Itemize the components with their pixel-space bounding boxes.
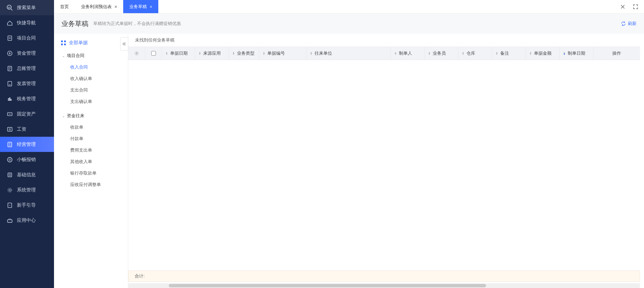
business-icon — [7, 141, 13, 148]
home-icon — [7, 20, 13, 26]
sidebar-item-guide[interactable]: 新手引导 — [0, 198, 54, 213]
fullscreen-icon[interactable] — [632, 3, 639, 10]
sort-icon: ▲▼ — [263, 52, 265, 55]
settings-icon — [7, 187, 13, 193]
tree-group-header[interactable]: ⌄资金往来 — [54, 110, 128, 122]
column-header[interactable]: ▲▼业务类型 — [229, 47, 259, 60]
sidebar-item-label: 基础信息 — [17, 172, 36, 178]
tree-item[interactable]: 收入确认单 — [54, 73, 128, 84]
sidebar-item-file[interactable]: 项目合同 — [0, 30, 54, 46]
tree-item[interactable]: 支出合同 — [54, 84, 128, 96]
column-header[interactable]: ▲▼业务员 — [425, 47, 458, 60]
tree-group-header[interactable]: ⌄项目合同 — [54, 50, 128, 61]
column-label: 单据编号 — [267, 50, 285, 56]
tree-item[interactable]: 付款单 — [54, 133, 128, 145]
tab[interactable]: 业务草稿× — [123, 0, 158, 13]
tree-item[interactable]: 收入合同 — [54, 61, 128, 73]
column-header[interactable]: ▲▼单据编号 — [259, 47, 306, 60]
column-label: 单据金额 — [534, 50, 552, 56]
column-settings-button[interactable] — [128, 47, 145, 60]
sidebar-item-home[interactable]: 快捷导航 — [0, 15, 54, 30]
column-header[interactable]: ▲▼仓库 — [458, 47, 492, 60]
column-label: 业务员 — [433, 50, 446, 56]
tab-label: 首页 — [60, 4, 69, 10]
guide-icon — [7, 202, 13, 208]
refresh-button[interactable]: 刷新 — [621, 21, 637, 27]
sort-icon: ▲▼ — [462, 52, 464, 55]
page-header: 业务草稿 草稿转为正式单据时，不会执行满赠促销优惠 刷新 — [54, 14, 644, 34]
sidebar-item-label: 系统管理 — [17, 187, 36, 193]
column-label: 往来单位 — [315, 50, 332, 56]
svg-rect-14 — [7, 219, 12, 222]
select-all-checkbox[interactable] — [151, 51, 156, 56]
sidebar-item-label: 快捷导航 — [17, 20, 36, 26]
sidebar-item-asset[interactable]: 固定资产 — [0, 106, 54, 122]
horizontal-scrollbar[interactable] — [128, 283, 640, 288]
sidebar-item-info[interactable]: 基础信息 — [0, 167, 54, 182]
file-icon — [7, 35, 13, 41]
svg-point-6 — [9, 128, 11, 130]
column-header[interactable]: ▲▼备注 — [492, 47, 526, 60]
summary-row: 合计: — [128, 270, 640, 282]
column-header[interactable]: ▲▼往来单位 — [306, 47, 391, 60]
scrollbar-thumb[interactable] — [169, 284, 486, 287]
svg-rect-16 — [64, 41, 66, 42]
sidebar-item-label: 资金管理 — [17, 50, 36, 56]
sidebar-item-label: 搜索菜单 — [17, 5, 36, 11]
sidebar-item-money[interactable]: 资金管理 — [0, 46, 54, 61]
category-header[interactable]: 全部单据 — [54, 37, 128, 49]
column-label: 备注 — [500, 50, 509, 56]
close-all-tabs-icon[interactable] — [619, 3, 626, 10]
sidebar-item-tax[interactable]: 税务管理 — [0, 91, 54, 106]
sidebar-item-reimburse[interactable]: 小畅报销 — [0, 152, 54, 167]
tab-close-icon[interactable]: × — [114, 4, 117, 9]
tab-label: 业务草稿 — [129, 4, 147, 10]
sidebar-item-search[interactable]: 搜索菜单 — [0, 0, 54, 15]
column-header[interactable]: ▲▼单据金额 — [526, 47, 560, 60]
tree-item[interactable]: 应收应付调整单 — [54, 179, 128, 190]
sidebar-item-invoice[interactable]: 发票管理 — [0, 76, 54, 91]
category-header-label: 全部单据 — [69, 40, 88, 46]
svg-rect-18 — [64, 44, 66, 45]
sidebar-item-salary[interactable]: 工资 — [0, 122, 54, 137]
column-header[interactable]: ▲▼单据日期 — [162, 47, 195, 60]
tree-item[interactable]: 其他收入单 — [54, 156, 128, 167]
tax-icon — [7, 96, 13, 102]
tab[interactable]: 首页 — [54, 0, 75, 13]
sidebar-item-label: 新手引导 — [17, 202, 36, 208]
sidebar-item-label: 固定资产 — [17, 111, 36, 117]
ledger-icon — [7, 66, 13, 72]
column-label: 制单日期 — [568, 50, 585, 56]
money-icon — [7, 50, 13, 56]
sidebar-item-settings[interactable]: 系统管理 — [0, 182, 54, 198]
sidebar-item-label: 小畅报销 — [17, 157, 36, 163]
sidebar-item-ledger[interactable]: 总账管理 — [0, 61, 54, 76]
svg-point-19 — [136, 53, 137, 54]
column-label: 操作 — [612, 50, 621, 56]
refresh-icon — [621, 21, 626, 26]
sort-icon: ▲▼ — [394, 52, 397, 55]
sort-icon: ▲▼ — [165, 52, 168, 55]
tab[interactable]: 业务利润预估表× — [75, 0, 123, 13]
column-header[interactable]: ▲▼制单日期 — [560, 47, 593, 60]
sidebar-item-business[interactable]: 经营管理 — [0, 137, 54, 152]
collapse-category-button[interactable] — [120, 37, 128, 51]
reimburse-icon — [7, 157, 13, 163]
tree-item[interactable]: 收款单 — [54, 122, 128, 133]
tree-item[interactable]: 支出确认单 — [54, 96, 128, 107]
chevron-down-icon: ⌄ — [62, 54, 65, 58]
svg-rect-5 — [7, 127, 12, 131]
sidebar-item-apps[interactable]: 应用中心 — [0, 213, 54, 228]
column-header[interactable]: ▲▼制单人 — [391, 47, 425, 60]
tabs-bar: 首页业务利润预估表×业务草稿× — [54, 0, 644, 14]
chevron-down-icon: ⌄ — [62, 114, 65, 118]
search-icon — [7, 5, 13, 11]
invoice-icon — [7, 81, 13, 87]
tab-close-icon[interactable]: × — [150, 4, 152, 9]
tree-item[interactable]: 费用支出单 — [54, 145, 128, 156]
sort-icon: ▲▼ — [232, 52, 235, 55]
tree-item[interactable]: 银行存取款单 — [54, 167, 128, 179]
column-header[interactable]: ▲▼来源应用 — [195, 47, 229, 60]
table-header-row: ▲▼单据日期▲▼来源应用▲▼业务类型▲▼单据编号▲▼往来单位▲▼制单人▲▼业务员… — [128, 47, 640, 60]
svg-rect-9 — [8, 173, 11, 177]
